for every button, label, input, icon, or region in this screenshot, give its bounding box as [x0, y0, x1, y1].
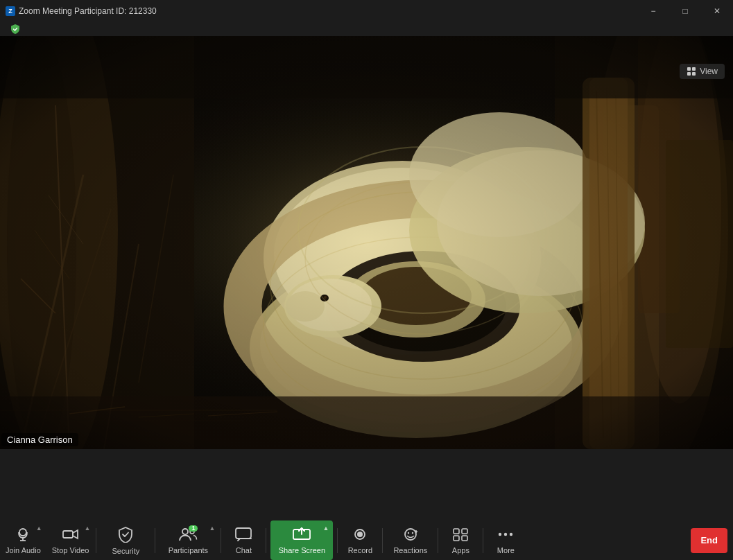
reactions-label: Reactions	[393, 546, 427, 554]
participants-count: 1	[189, 525, 198, 532]
sep7	[438, 528, 438, 553]
security-button[interactable]: Security	[98, 520, 153, 560]
join-audio-chevron[interactable]: ▲	[36, 525, 42, 532]
toolbar: ▲ Join Audio ▲ Stop Video	[0, 520, 733, 560]
security-badge-row	[0, 22, 733, 36]
svg-rect-76	[454, 536, 459, 541]
svg-point-68	[357, 532, 363, 537]
svg-rect-77	[462, 536, 467, 541]
participant-name-label: Cianna Garrison	[1, 433, 78, 446]
participants-icon: 1	[178, 527, 198, 545]
video-area: Cianna Garrison View	[0, 36, 733, 449]
video-feed	[0, 36, 733, 449]
more-label: More	[497, 546, 515, 554]
svg-rect-57	[692, 72, 696, 76]
sep1	[96, 528, 96, 553]
share-screen-label: Share Screen	[279, 546, 325, 554]
svg-rect-55	[692, 67, 696, 71]
svg-rect-56	[687, 72, 691, 76]
record-button[interactable]: Record	[339, 520, 381, 560]
svg-rect-74	[454, 529, 459, 534]
svg-rect-75	[462, 529, 467, 534]
svg-point-69	[405, 529, 416, 540]
video-icon	[62, 527, 80, 545]
svg-point-58	[19, 529, 26, 536]
more-button[interactable]: More	[485, 520, 526, 560]
svg-point-71	[412, 532, 413, 533]
sep3	[221, 528, 221, 553]
chat-button[interactable]: Chat	[223, 520, 264, 560]
sep6	[382, 528, 383, 553]
sep5	[337, 528, 338, 553]
close-button[interactable]: ✕	[701, 0, 733, 22]
chat-icon	[234, 527, 252, 545]
participants-button[interactable]: ▲ 1 Participants	[157, 520, 219, 560]
svg-point-80	[510, 532, 512, 535]
join-audio-button[interactable]: ▲ Join Audio	[0, 520, 46, 560]
svg-rect-61	[63, 531, 73, 538]
title-text: Zoom Meeting Participant ID: 212330	[19, 6, 157, 16]
svg-point-78	[499, 532, 501, 535]
apps-label: Apps	[452, 546, 469, 554]
reactions-button[interactable]: Reactions	[384, 520, 436, 560]
sep2	[155, 528, 155, 553]
security-icon	[117, 526, 135, 545]
audio-icon	[14, 527, 32, 545]
participants-chevron[interactable]: ▲	[209, 525, 215, 532]
svg-point-79	[504, 532, 507, 535]
apps-button[interactable]: Apps	[440, 520, 481, 560]
record-label: Record	[348, 546, 372, 554]
chat-label: Chat	[236, 546, 252, 554]
share-screen-chevron[interactable]: ▲	[322, 525, 329, 532]
stop-video-button[interactable]: ▲ Stop Video	[46, 520, 95, 560]
shield-icon	[10, 24, 21, 35]
reactions-icon	[402, 527, 420, 545]
maximize-button[interactable]: □	[669, 0, 701, 22]
view-button[interactable]: View	[680, 64, 725, 79]
svg-rect-53	[0, 36, 733, 449]
title-bar: Z Zoom Meeting Participant ID: 212330 − …	[0, 0, 733, 22]
share-screen-icon	[292, 527, 311, 545]
stop-video-chevron[interactable]: ▲	[84, 525, 90, 532]
svg-rect-64	[236, 528, 251, 539]
share-screen-button[interactable]: ▲ Share Screen	[270, 520, 333, 560]
stop-video-label: Stop Video	[52, 546, 89, 554]
svg-rect-54	[687, 67, 691, 71]
participants-label: Participants	[169, 546, 208, 554]
record-icon	[351, 527, 369, 545]
view-icon	[687, 67, 696, 76]
minimize-button[interactable]: −	[637, 0, 669, 22]
more-icon	[497, 527, 515, 545]
end-button[interactable]: End	[691, 528, 727, 553]
sep8	[483, 528, 483, 553]
zoom-logo-icon: Z	[6, 6, 15, 16]
join-audio-label: Join Audio	[6, 546, 41, 554]
sep4	[266, 528, 266, 553]
svg-point-62	[182, 529, 188, 534]
security-label: Security	[112, 547, 140, 555]
window-controls: − □ ✕	[637, 0, 733, 22]
svg-point-70	[408, 532, 409, 533]
apps-icon	[451, 527, 469, 545]
